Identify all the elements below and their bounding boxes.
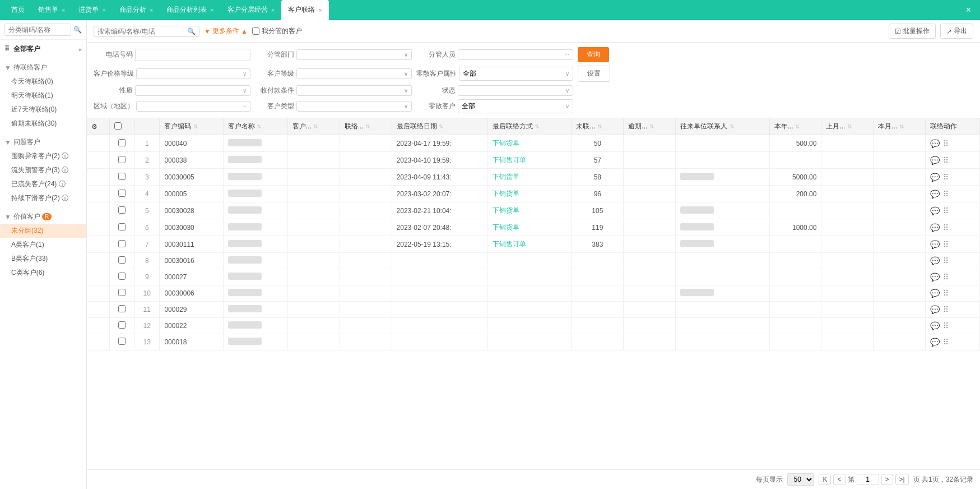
call-icon[interactable]: 💬: [930, 338, 940, 347]
col-checkbox[interactable]: [109, 118, 134, 135]
filter-retail-customer-select[interactable]: 全部 ∨: [458, 99, 573, 113]
per-page-select[interactable]: 50: [787, 473, 814, 486]
call-icon[interactable]: 💬: [930, 156, 940, 165]
row-checkbox[interactable]: [109, 169, 134, 186]
row-settings[interactable]: [87, 253, 109, 269]
more-actions-icon[interactable]: ⠿: [943, 289, 949, 298]
first-page-btn[interactable]: K: [819, 474, 831, 485]
row-checkbox[interactable]: [109, 152, 134, 169]
filter-phone-input[interactable]: [135, 49, 250, 61]
sidebar-item-ungrouped[interactable]: 未分组(32): [0, 224, 86, 238]
row-settings[interactable]: [87, 285, 109, 302]
col-last-month[interactable]: 上月... ⇅: [821, 118, 874, 135]
main-search-icon[interactable]: 🔍: [187, 27, 196, 35]
more-conditions-btn[interactable]: ▼ 更多条件 ▲: [204, 26, 248, 36]
nav-tab-purchase-close[interactable]: ×: [102, 7, 105, 13]
sidebar-item-7days[interactable]: 近7天待联络(0): [0, 103, 86, 117]
more-actions-icon[interactable]: ⠿: [943, 338, 949, 347]
close-all-button[interactable]: ×: [962, 5, 976, 15]
filter-status-select[interactable]: ∨: [458, 85, 573, 96]
call-icon[interactable]: 💬: [930, 305, 940, 314]
row-checkbox[interactable]: [109, 236, 134, 253]
row-checkbox[interactable]: [109, 334, 134, 350]
col-settings[interactable]: ⚙: [87, 118, 109, 135]
row-checkbox[interactable]: [109, 135, 134, 152]
call-icon[interactable]: 💬: [930, 139, 940, 148]
row-settings[interactable]: [87, 219, 109, 236]
nav-tab-customer-seg-close[interactable]: ×: [271, 7, 275, 13]
col-code[interactable]: 客户编码 ⇅: [160, 118, 224, 135]
select-all-checkbox[interactable]: [114, 122, 122, 130]
sidebar-group-pending-title[interactable]: ▼ 待联络客户: [0, 61, 86, 75]
sidebar-item-churn-warning[interactable]: 流失预警客户(3) ⓘ: [0, 163, 86, 177]
row-settings[interactable]: [87, 169, 109, 186]
row-checkbox[interactable]: [109, 318, 134, 334]
sidebar-search-icon[interactable]: 🔍: [73, 26, 82, 34]
row-settings[interactable]: [87, 152, 109, 169]
last-type-link[interactable]: 下销售订单: [493, 240, 526, 248]
nav-tab-analysis[interactable]: 商品分析 ×: [113, 0, 160, 20]
row-settings[interactable]: [87, 269, 109, 285]
more-actions-icon[interactable]: ⠿: [943, 240, 949, 249]
col-contact-person[interactable]: 往来单位联系人 ⇅: [676, 118, 769, 135]
more-actions-icon[interactable]: ⠿: [943, 139, 949, 148]
nav-tab-purchase[interactable]: 进货单 ×: [72, 0, 112, 20]
nav-tab-sales[interactable]: 销售单 ×: [31, 0, 72, 20]
more-actions-icon[interactable]: ⠿: [943, 173, 949, 182]
page-input[interactable]: [857, 474, 879, 485]
sidebar-item-churned[interactable]: 已流失客户(24) ⓘ: [0, 177, 86, 191]
more-actions-icon[interactable]: ⠿: [943, 156, 949, 165]
col-this-year[interactable]: 本年... ⇅: [769, 118, 821, 135]
col-type[interactable]: 客户... ⇅: [287, 118, 340, 135]
sidebar-item-tomorrow[interactable]: 明天待联络(1): [0, 89, 86, 103]
more-actions-icon[interactable]: ⠿: [943, 273, 949, 282]
more-actions-icon[interactable]: ⠿: [943, 256, 949, 265]
sidebar-item-overdue[interactable]: 逾期未联络(30): [0, 117, 86, 131]
prev-page-btn[interactable]: <: [833, 474, 845, 485]
row-settings[interactable]: [87, 334, 109, 350]
sidebar-item-class-a[interactable]: A类客户(1): [0, 238, 86, 252]
more-actions-icon[interactable]: ⠿: [943, 321, 949, 330]
last-type-link[interactable]: 下销货单: [493, 190, 519, 197]
col-last-date[interactable]: 最后联络日期 ⇅: [392, 118, 487, 135]
last-type-link[interactable]: 下销货单: [493, 223, 519, 231]
row-settings[interactable]: [87, 135, 109, 152]
row-checkbox[interactable]: [109, 253, 134, 269]
more-actions-icon[interactable]: ⠿: [943, 305, 949, 314]
last-type-link[interactable]: 下销货单: [493, 173, 519, 181]
main-search-input[interactable]: [97, 27, 187, 35]
row-checkbox[interactable]: [109, 269, 134, 285]
more-actions-icon[interactable]: ⠿: [943, 190, 949, 199]
sidebar-item-declining[interactable]: 持续下滑客户(2) ⓘ: [0, 191, 86, 205]
row-checkbox[interactable]: [109, 219, 134, 236]
sidebar-item-abnormal[interactable]: 囤购异常客户(2) ⓘ: [0, 149, 86, 163]
last-type-link[interactable]: 下销售订单: [493, 156, 526, 164]
nav-tab-customer-contact[interactable]: 客户联络 ×: [281, 0, 328, 20]
sidebar-group-problem-title[interactable]: ▼ 问题客户: [0, 135, 86, 149]
my-customers-checkbox[interactable]: 我分管的客户: [252, 26, 302, 36]
call-icon[interactable]: 💬: [930, 206, 940, 215]
row-settings[interactable]: [87, 202, 109, 219]
next-page-btn[interactable]: >: [881, 474, 893, 485]
collapse-icon[interactable]: «: [78, 46, 82, 53]
sidebar-item-class-c[interactable]: C类客户(6): [0, 266, 86, 280]
last-type-link[interactable]: 下销货单: [493, 206, 519, 214]
filter-dept-select[interactable]: ∨: [296, 49, 412, 60]
call-icon[interactable]: 💬: [930, 273, 940, 282]
row-settings[interactable]: [87, 186, 109, 202]
filter-customer-type-select[interactable]: ∨: [296, 101, 412, 112]
call-icon[interactable]: 💬: [930, 321, 940, 330]
row-settings[interactable]: [87, 302, 109, 318]
row-checkbox[interactable]: [109, 285, 134, 302]
row-checkbox[interactable]: [109, 202, 134, 219]
col-not-contacted[interactable]: 未联... ⇅: [572, 118, 624, 135]
row-settings[interactable]: [87, 318, 109, 334]
sidebar-group-value-title[interactable]: ▼ 价值客户 R: [0, 210, 86, 224]
export-button[interactable]: ↗ 导出: [940, 24, 973, 39]
sidebar-item-today[interactable]: 今天待联络(0): [0, 75, 86, 89]
call-icon[interactable]: 💬: [930, 223, 940, 232]
col-contact[interactable]: 联络... ⇅: [340, 118, 392, 135]
more-actions-icon[interactable]: ⠿: [943, 206, 949, 215]
filter-manager-select[interactable]: ···: [458, 49, 573, 60]
filter-price-level-select[interactable]: ∨: [136, 68, 250, 79]
